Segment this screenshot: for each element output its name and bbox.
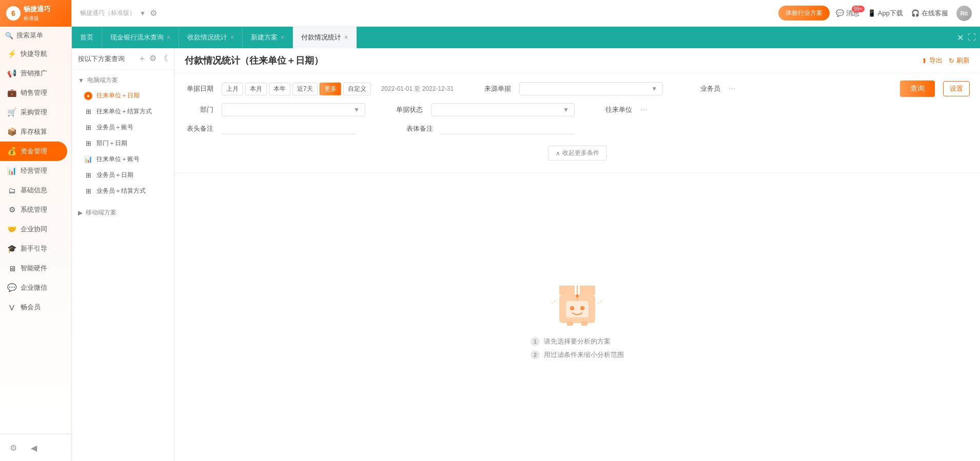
source-doc-select[interactable]: ▼ bbox=[519, 82, 663, 95]
sidebar-item-cooperation[interactable]: 🤝 企业协同 bbox=[0, 219, 71, 239]
scheme-item-partner-date[interactable]: ● 往来单位＋日期 bbox=[72, 88, 174, 104]
sidebar-item-hardware[interactable]: 🖥 智能硬件 bbox=[0, 258, 71, 278]
sidebar-settings-btn[interactable]: ⚙ bbox=[5, 439, 22, 456]
header-gear-icon[interactable]: ⚙ bbox=[150, 8, 157, 18]
doc-date-label: 单据日期 bbox=[185, 84, 213, 93]
collapse-row: ∧ 收起更多条件 bbox=[185, 141, 970, 166]
sidebar-logo: 6 畅捷通巧 标准版 bbox=[0, 0, 71, 27]
header-title-area: 畅捷通巧（标准版） ▼ ⚙ bbox=[80, 8, 772, 18]
scheme-settings-btn[interactable]: ⚙ bbox=[149, 53, 156, 64]
service-icon: 🎧 bbox=[911, 9, 919, 17]
sidebar-item-finance[interactable]: 💰 资金管理 bbox=[0, 142, 67, 161]
main-area: 畅捷通巧（标准版） ▼ ⚙ 体验行业方案 💬 消息 99+ 📱 App下载 🎧 … bbox=[72, 0, 980, 461]
finance-icon: 💰 bbox=[7, 147, 16, 156]
tab-home[interactable]: 首页 bbox=[72, 27, 102, 48]
header-remark-input[interactable] bbox=[222, 123, 355, 134]
doc-status-select[interactable]: ▼ bbox=[431, 103, 575, 116]
search-menu[interactable]: 🔍 搜索菜单 bbox=[0, 27, 71, 44]
svg-line-9 bbox=[552, 300, 557, 304]
page-header-actions: ⬆ 导出 ↻ 刷新 bbox=[922, 56, 970, 65]
guide-icon: 🎓 bbox=[7, 244, 16, 253]
tab-payment-stats[interactable]: 付款情况统计 × bbox=[293, 27, 357, 48]
notification-badge: 99+ bbox=[852, 6, 865, 12]
tab-bank-flow[interactable]: 现金银行流水查询 × bbox=[102, 27, 179, 48]
tab-close-all-btn[interactable]: ✕ bbox=[957, 33, 964, 43]
scheme-item-staff-settle-icon: ⊞ bbox=[84, 187, 92, 195]
purchase-icon: 🛒 bbox=[7, 108, 16, 117]
body-remark-input[interactable] bbox=[441, 123, 575, 134]
date-more-btn[interactable]: 更多 bbox=[320, 83, 341, 95]
sidebar-item-marketing[interactable]: 📢 营销推广 bbox=[0, 64, 71, 83]
page-header: 付款情况统计（往来单位＋日期） ⬆ 导出 ↻ 刷新 bbox=[174, 48, 980, 73]
scheme-item-partner-settle[interactable]: ⊞ 往来单位＋结算方式 bbox=[72, 104, 174, 119]
sidebar-item-member[interactable]: V 畅会员 bbox=[0, 297, 71, 317]
query-btn[interactable]: 查询 bbox=[900, 81, 935, 97]
partner-dots[interactable]: ··· bbox=[640, 105, 647, 114]
scheme-group-mobile-title[interactable]: ▶ 移动端方案 bbox=[72, 205, 174, 220]
scheme-item-staff-date[interactable]: ⊞ 业务员＋日期 bbox=[72, 167, 174, 183]
sidebar-item-basic-info[interactable]: 🗂 基础信息 bbox=[0, 181, 71, 200]
cooperation-icon: 🤝 bbox=[7, 225, 16, 234]
scheme-item-partner-account[interactable]: 📊 往来单位＋账号 bbox=[72, 151, 174, 167]
tab-new-scheme[interactable]: 新建方案 × bbox=[243, 27, 293, 48]
sidebar-item-wechat[interactable]: 💬 企业微信 bbox=[0, 278, 71, 297]
notifications-btn[interactable]: 💬 消息 99+ bbox=[836, 9, 859, 18]
date-last-month-btn[interactable]: 上月 bbox=[222, 83, 243, 95]
header-dropdown-icon[interactable]: ▼ bbox=[140, 10, 146, 17]
sidebar-item-quick-nav[interactable]: ⚡ 快捷导航 bbox=[0, 44, 71, 64]
tab-spacer bbox=[357, 27, 953, 48]
date-last-7days-btn[interactable]: 近7天 bbox=[292, 83, 318, 95]
page-title: 付款情况统计（往来单位＋日期） bbox=[185, 54, 323, 67]
app-download-btn[interactable]: 📱 App下载 bbox=[868, 9, 903, 18]
sidebar-item-sales[interactable]: 💼 销售管理 bbox=[0, 83, 71, 103]
empty-hints: 1 请先选择要分析的方案 2 用过滤条件来缩小分析范围 bbox=[531, 337, 624, 359]
trial-btn[interactable]: 体验行业方案 bbox=[778, 6, 830, 21]
svg-rect-7 bbox=[567, 322, 573, 326]
user-avatar[interactable]: Rit bbox=[956, 6, 972, 21]
scheme-item-staff-settle[interactable]: ⊞ 业务员＋结算方式 bbox=[72, 183, 174, 199]
date-this-month-btn[interactable]: 本月 bbox=[245, 83, 267, 95]
refresh-btn[interactable]: ↻ 刷新 bbox=[949, 56, 970, 65]
scheme-group-desktop: ▼ 电脑端方案 ● 往来单位＋日期 ⊞ 往来单位＋结算方式 ⊞ 业务员＋账号 ⊞ bbox=[72, 70, 174, 202]
sidebar: 6 畅捷通巧 标准版 🔍 搜索菜单 ⚡ 快捷导航 📢 营销推广 💼 销售管理 🛒… bbox=[0, 0, 72, 461]
sidebar-collapse-btn[interactable]: ◀ bbox=[26, 439, 42, 456]
dept-select[interactable]: ▼ bbox=[222, 103, 365, 116]
setting-btn[interactable]: 设置 bbox=[943, 81, 970, 96]
date-this-year-btn[interactable]: 本年 bbox=[269, 83, 290, 95]
export-btn[interactable]: ⬆ 导出 bbox=[922, 56, 943, 65]
staff-dots[interactable]: ··· bbox=[729, 84, 735, 93]
scheme-collapse-btn[interactable]: 《 bbox=[160, 53, 168, 64]
sidebar-item-system[interactable]: ⚙ 系统管理 bbox=[0, 200, 71, 219]
scheme-item-dept-date-icon: ⊞ bbox=[84, 139, 92, 148]
logo-badge: 标准版 bbox=[24, 15, 50, 22]
online-service-btn[interactable]: 🎧 在线客服 bbox=[911, 9, 948, 18]
scheme-group-desktop-title[interactable]: ▼ 电脑端方案 bbox=[72, 73, 174, 88]
svg-point-4 bbox=[580, 306, 584, 310]
tab-new-scheme-close[interactable]: × bbox=[281, 34, 284, 41]
empty-state: 1 请先选择要分析的方案 2 用过滤条件来缩小分析范围 bbox=[174, 173, 980, 461]
sidebar-item-guide[interactable]: 🎓 新手引导 bbox=[0, 239, 71, 258]
sidebar-item-operations[interactable]: 📊 经营管理 bbox=[0, 161, 71, 181]
sidebar-item-inventory[interactable]: 📦 库存核算 bbox=[0, 122, 71, 142]
collapse-conditions-btn[interactable]: ∧ 收起更多条件 bbox=[548, 146, 607, 161]
sales-icon: 💼 bbox=[7, 88, 16, 97]
tab-payment-stats-close[interactable]: × bbox=[344, 34, 348, 41]
svg-line-10 bbox=[598, 300, 603, 304]
scheme-item-partner-account-icon: 📊 bbox=[84, 155, 92, 164]
partner-label: 往来单位 bbox=[603, 105, 632, 114]
scheme-item-staff-account[interactable]: ⊞ 业务员＋账号 bbox=[72, 119, 174, 135]
date-custom-btn[interactable]: 自定义 bbox=[343, 83, 371, 95]
hint-num-1: 1 bbox=[531, 337, 540, 346]
scheme-item-partner-date-icon: ● bbox=[84, 92, 92, 100]
tab-receipt-stats[interactable]: 收款情况统计 × bbox=[179, 27, 243, 48]
tab-expand-btn[interactable]: ⛶ bbox=[968, 33, 976, 42]
svg-point-6 bbox=[576, 294, 579, 297]
scheme-add-btn[interactable]: ＋ bbox=[138, 53, 146, 64]
tab-bank-flow-close[interactable]: × bbox=[167, 34, 170, 41]
tab-receipt-stats-close[interactable]: × bbox=[230, 34, 234, 41]
scheme-item-dept-date[interactable]: ⊞ 部门＋日期 bbox=[72, 135, 174, 151]
sidebar-item-purchase[interactable]: 🛒 采购管理 bbox=[0, 103, 71, 122]
scheme-group-mobile-label: 移动端方案 bbox=[86, 208, 116, 217]
top-header: 畅捷通巧（标准版） ▼ ⚙ 体验行业方案 💬 消息 99+ 📱 App下载 🎧 … bbox=[72, 0, 980, 27]
staff-label: 业务员 bbox=[692, 84, 720, 93]
